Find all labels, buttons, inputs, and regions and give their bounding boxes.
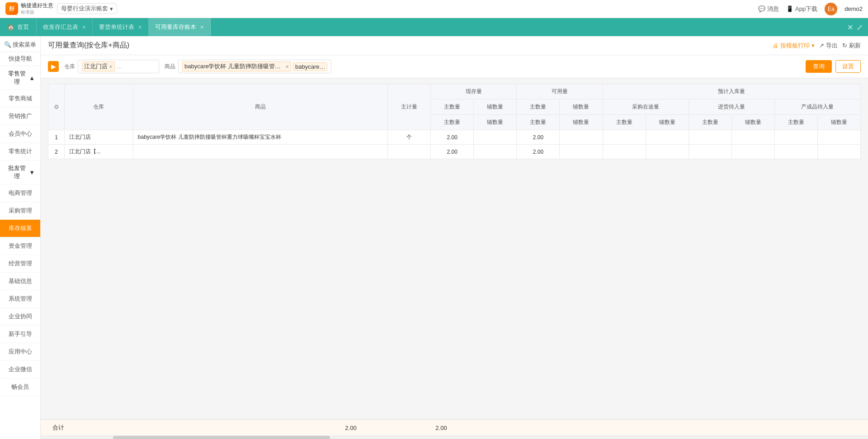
tab-receive[interactable]: 收发存汇总表 ✕ bbox=[37, 18, 93, 36]
tab-expand-icon[interactable]: ⤢ bbox=[857, 23, 863, 32]
search-label: 搜索菜单 bbox=[13, 41, 36, 48]
row-purchase-main bbox=[603, 145, 646, 159]
warehouse-filter: 仓库 江北门店 ✕ … bbox=[64, 60, 159, 73]
app-center-label: 应用中心 bbox=[9, 348, 32, 356]
sidebar-item-system[interactable]: 系统管理 bbox=[0, 290, 40, 308]
row-warehouse: 江北门店【... bbox=[65, 145, 133, 159]
footer-available-main: 2.00 bbox=[419, 425, 464, 431]
sidebar-item-retail-mall[interactable]: 零售商城 bbox=[0, 90, 40, 108]
app-download-btn[interactable]: 📱 App下载 bbox=[786, 5, 817, 13]
sidebar-quick-nav[interactable]: 快捷导航 bbox=[0, 52, 40, 66]
printer-icon: 🖨 bbox=[773, 42, 778, 49]
purchase-label: 采购管理 bbox=[9, 207, 32, 215]
warehouse-tag-close[interactable]: ✕ bbox=[109, 64, 113, 69]
sidebar-item-member2[interactable]: 畅会员 bbox=[0, 378, 40, 396]
gear-icon[interactable]: ⚙ bbox=[54, 104, 59, 110]
export-label: 导出 bbox=[826, 42, 838, 50]
sidebar-item-app-center[interactable]: 应用中心 bbox=[0, 343, 40, 361]
th-purchase-transit: 采购在途量 bbox=[603, 99, 689, 115]
print-btn[interactable]: 🖨 按模板打印 ▾ bbox=[773, 42, 815, 50]
tab-bar: 🏠 首页 收发存汇总表 ✕ 要货单统计表 ✕ 可用量库存账本 ✕ ✕ ⤢ bbox=[0, 18, 868, 36]
warehouse-tag: 江北门店 ✕ bbox=[82, 61, 115, 71]
row-incoming-main bbox=[689, 130, 731, 145]
warehouse-input[interactable]: 江北门店 ✕ … bbox=[78, 60, 159, 73]
sidebar-item-wholesale-mgmt[interactable]: 批发管理 ▼ bbox=[0, 160, 40, 184]
sidebar-search[interactable]: 🔍 搜索菜单 bbox=[0, 36, 40, 52]
th-incoming-aux: 辅数量 bbox=[731, 115, 774, 130]
message-btn[interactable]: 💬 消息 bbox=[758, 5, 779, 13]
operation-label: 经营管理 bbox=[9, 260, 32, 268]
scrollbar-thumb[interactable] bbox=[113, 436, 330, 439]
th-production: 产成品待入量 bbox=[774, 99, 860, 115]
row-warehouse: 江北门店 bbox=[65, 130, 133, 145]
avatar[interactable]: Ea bbox=[825, 3, 837, 15]
sidebar-item-operation[interactable]: 经营管理 bbox=[0, 255, 40, 273]
th-settings: ⚙ bbox=[48, 84, 65, 130]
sidebar-item-enterprise-wechat[interactable]: 企业微信 bbox=[0, 361, 40, 378]
content-area: 可用量查询(按仓库+商品) 🖨 按模板打印 ▾ ↗ 导出 ↻ 刷新 ▶ bbox=[41, 36, 868, 439]
enterprise-wechat-label: 企业微信 bbox=[9, 365, 32, 373]
sidebar-item-retail-stats[interactable]: 零售统计 bbox=[0, 143, 40, 160]
sidebar-item-finance[interactable]: 资金管理 bbox=[0, 237, 40, 255]
th-incoming-main: 主数量 bbox=[689, 115, 731, 130]
tab-available-close[interactable]: ✕ bbox=[200, 24, 204, 30]
app-download-label: App下载 bbox=[795, 5, 817, 13]
tab-home-label: 首页 bbox=[17, 23, 29, 31]
tab-receive-close[interactable]: ✕ bbox=[82, 24, 86, 30]
tab-home[interactable]: 🏠 首页 bbox=[0, 18, 37, 36]
setting-button[interactable]: 设置 bbox=[835, 60, 861, 73]
table-scrollbar[interactable] bbox=[41, 435, 868, 439]
filter-expand-btn[interactable]: ▶ bbox=[48, 61, 59, 72]
message-label: 消息 bbox=[767, 5, 779, 13]
sidebar-item-purchase[interactable]: 采购管理 bbox=[0, 202, 40, 220]
sidebar-item-inventory[interactable]: 库存核算 bbox=[0, 220, 40, 237]
row-production-aux bbox=[817, 145, 860, 159]
tab-available[interactable]: 可用量库存账本 ✕ bbox=[149, 18, 211, 36]
header-right: 💬 消息 📱 App下载 Ea demo2 bbox=[758, 3, 863, 15]
sidebar-item-ecommerce[interactable]: 电商管理 bbox=[0, 184, 40, 202]
th-unit: 主计量 bbox=[388, 84, 431, 130]
tab-order-close[interactable]: ✕ bbox=[138, 24, 142, 30]
username-label: demo2 bbox=[844, 5, 863, 12]
product-tag-1-close[interactable]: ✕ bbox=[285, 64, 289, 69]
th-stock-aux: 辅数量 bbox=[474, 99, 517, 115]
tab-close-all-icon[interactable]: ✕ bbox=[847, 23, 853, 32]
newbie-label: 新手引导 bbox=[9, 330, 32, 338]
th-purchase-aux: 辅数量 bbox=[646, 115, 689, 130]
query-button[interactable]: 查询 bbox=[806, 60, 832, 73]
sidebar-item-marketing[interactable]: 营销推广 bbox=[0, 108, 40, 125]
tab-bar-right: ✕ ⤢ bbox=[842, 18, 868, 36]
row-seq: 1 bbox=[48, 130, 65, 145]
export-btn[interactable]: ↗ 导出 bbox=[819, 42, 838, 50]
th-production-aux: 辅数量 bbox=[817, 115, 860, 130]
product-input[interactable]: babycare学饮杯 儿童防摔防撞吸管杯重力球吸嘴杯宝宝水杯 ✕ babyca… bbox=[178, 60, 331, 73]
refresh-btn[interactable]: ↻ 刷新 bbox=[842, 42, 861, 50]
row-available-main: 2.00 bbox=[517, 145, 560, 159]
sidebar-item-retail-mgmt[interactable]: 零售管理 ▲ bbox=[0, 66, 40, 90]
tab-order[interactable]: 要货单统计表 ✕ bbox=[93, 18, 149, 36]
row-production-main bbox=[774, 130, 817, 145]
sidebar-item-newbie[interactable]: 新手引导 bbox=[0, 326, 40, 343]
footer-label: 合计 bbox=[48, 424, 328, 432]
th-warehouse: 仓库 bbox=[65, 84, 133, 130]
industry-label: 母婴行业演示账套 bbox=[61, 5, 108, 13]
refresh-icon: ↻ bbox=[842, 42, 847, 49]
th-purchase-main: 主数量 bbox=[603, 115, 646, 130]
row-stock-aux bbox=[474, 130, 517, 145]
warehouse-more[interactable]: … bbox=[117, 63, 122, 70]
sidebar-item-basic[interactable]: 基础信息 bbox=[0, 273, 40, 290]
tab-order-label: 要货单统计表 bbox=[99, 23, 134, 31]
industry-selector[interactable]: 母婴行业演示账套 ▾ bbox=[57, 3, 117, 14]
product-label: 商品 bbox=[165, 63, 175, 71]
search-icon: 🔍 bbox=[4, 41, 11, 48]
th-current-stock: 现存量 bbox=[431, 84, 517, 99]
sidebar-item-member[interactable]: 会员中心 bbox=[0, 125, 40, 143]
page-actions: 🖨 按模板打印 ▾ ↗ 导出 ↻ 刷新 bbox=[773, 42, 861, 50]
sidebar-item-enterprise[interactable]: 企业协同 bbox=[0, 308, 40, 326]
sidebar: 🔍 搜索菜单 快捷导航 零售管理 ▲ 零售商城 营销推广 会员中心 零售统计 bbox=[0, 36, 41, 439]
row-unit bbox=[388, 145, 431, 159]
header-left: 好 畅捷通好生意 标准版 母婴行业演示账套 ▾ bbox=[5, 2, 117, 15]
home-icon: 🏠 bbox=[7, 24, 14, 31]
th-available: 可用量 bbox=[517, 84, 603, 99]
row-purchase-aux bbox=[646, 145, 689, 159]
